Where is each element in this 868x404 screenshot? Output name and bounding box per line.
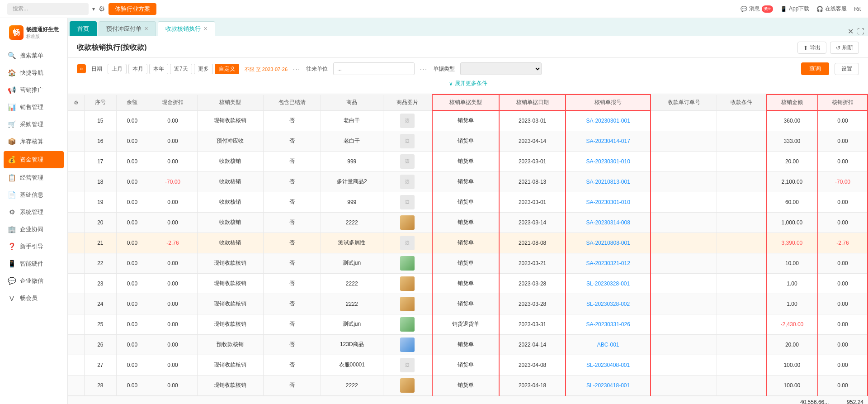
td-verify-doc-no[interactable]: SA-20230331-026 [566, 314, 651, 334]
sidebar-item-marketing[interactable]: 📢 营销推广 [0, 81, 67, 99]
td-verify-doc-type: 销货单 [432, 131, 499, 151]
last-7days-btn[interactable]: 近7天 [170, 64, 192, 74]
refresh-button[interactable]: ↺ 刷新 [830, 42, 859, 54]
sidebar-item-nav[interactable]: 🏠 快捷导航 [0, 64, 67, 81]
td-verify-doc-no[interactable]: SA-20230301-001 [566, 110, 651, 131]
table-row: 21 0.00 -2.76 收款核销 否 测试多属性 🖼 销货单 2021-08… [68, 233, 868, 253]
last-month-btn[interactable]: 上月 [108, 64, 127, 74]
td-verify-doc-no[interactable]: SA-20210808-001 [566, 233, 651, 253]
td-gear [68, 192, 85, 212]
sidebar-item-system[interactable]: ⚙ 系统管理 [0, 204, 67, 221]
expand-more-conditions[interactable]: ∨ 展开更多条件 [445, 78, 491, 89]
td-verify-amount: 10.00 [766, 253, 818, 273]
sidebar-item-wechat[interactable]: 💬 企业微信 [0, 272, 67, 290]
wechat-icon: 💬 [7, 277, 16, 285]
verify-doc-link[interactable]: SA-20230314-008 [586, 219, 630, 226]
verify-doc-link[interactable]: SL-20230418-001 [586, 382, 630, 389]
more-btn[interactable]: 更多 [194, 64, 213, 74]
td-receipt-order-no [651, 151, 717, 171]
tab-home[interactable]: 首页 [70, 21, 97, 36]
custom-btn[interactable]: 自定义 [215, 64, 239, 74]
verify-doc-link[interactable]: SA-20230414-017 [586, 138, 630, 144]
th-gear[interactable]: ⚙ [68, 95, 85, 110]
this-year-btn[interactable]: 本年 [149, 64, 168, 74]
td-verify-doc-no[interactable]: SA-20230414-017 [566, 131, 651, 151]
td-product-image [383, 253, 432, 273]
th-verify-doc-type: 核销单据类型 [432, 95, 499, 110]
page-title: 收款核销执行(按收款) [77, 43, 147, 52]
newbie-icon: ❓ [7, 242, 16, 251]
td-verify-doc-no[interactable]: SA-20230301-010 [566, 192, 651, 212]
sidebar-item-inventory[interactable]: 📦 库存核算 [0, 133, 67, 150]
user-label[interactable]: Rit [854, 6, 861, 12]
td-receipt-condition [717, 233, 766, 253]
td-receipt-condition [717, 314, 766, 334]
filter-expand-chevron[interactable]: » [77, 64, 86, 73]
verify-doc-link[interactable]: SA-20230301-001 [586, 118, 630, 124]
sidebar-item-basic[interactable]: 📄 基础信息 [0, 186, 67, 204]
sidebar-item-finance[interactable]: 💰 资金管理 [4, 151, 64, 168]
verify-doc-link[interactable]: SL-20230328-001 [586, 280, 630, 287]
verify-doc-link[interactable]: SL-20230328-002 [586, 301, 630, 307]
partner-filter-input[interactable] [333, 62, 415, 75]
td-include-settled: 否 [263, 253, 321, 273]
setting-button[interactable]: 设置 [835, 63, 859, 75]
verify-doc-link[interactable]: SA-20230301-010 [586, 199, 630, 205]
sidebar-item-operation[interactable]: 📋 经营管理 [0, 169, 67, 186]
td-verify-doc-type: 销货单 [432, 192, 499, 212]
td-verify-doc-no[interactable]: SA-20210813-001 [566, 171, 651, 192]
verify-doc-link[interactable]: SA-20210813-001 [586, 179, 630, 185]
td-include-settled: 否 [263, 131, 321, 151]
dropdown-arrow-icon[interactable]: ▾ [92, 6, 95, 12]
td-gear [68, 131, 85, 151]
td-product-image: 🖼 [383, 355, 432, 375]
sidebar-item-newbie[interactable]: ❓ 新手引导 [0, 238, 67, 255]
td-seq: 22 [85, 253, 117, 273]
verify-doc-link[interactable]: SA-20230321-012 [586, 260, 630, 266]
sidebar-item-enterprise[interactable]: 🏢 企业协同 [0, 221, 67, 238]
tab-prepay-close-icon[interactable]: ✕ [144, 26, 148, 32]
tab-prepay[interactable]: 预付冲应付单 ✕ [99, 21, 156, 36]
top-search-area[interactable]: 搜索... [7, 3, 89, 15]
sidebar-item-label: 企业微信 [20, 277, 43, 285]
td-verify-doc-no[interactable]: SL-20230328-001 [566, 273, 651, 294]
app-download-area[interactable]: 📱 App下载 [780, 5, 809, 13]
verify-doc-link[interactable]: SA-20210808-001 [586, 240, 630, 246]
doc-type-filter-select[interactable] [460, 62, 542, 75]
query-button[interactable]: 查询 [801, 62, 829, 75]
td-include-settled: 否 [263, 171, 321, 192]
verify-doc-link[interactable]: ABC-001 [597, 342, 619, 348]
td-verify-doc-no[interactable]: SA-20230301-010 [566, 151, 651, 171]
verify-doc-link[interactable]: SL-20230408-001 [586, 362, 630, 368]
td-verify-doc-no[interactable]: SA-20230321-012 [566, 253, 651, 273]
table-row: 28 0.00 0.00 现销收款核销 否 2222 销货单 2023-04-1… [68, 375, 868, 395]
td-receipt-order-no [651, 314, 717, 334]
sidebar-item-hardware[interactable]: 📱 智能硬件 [0, 255, 67, 272]
industry-solution-button[interactable]: 体验行业方案 [108, 3, 156, 15]
tab-collection[interactable]: 收款核销执行 ✕ [158, 21, 215, 36]
sidebar: 畅 畅捷通好生意 标准版 🔍 搜索菜单 🏠 快捷导航 📢 营销推广 📊 销售管理… [0, 18, 68, 404]
tab-collection-close-icon[interactable]: ✕ [203, 26, 208, 32]
td-product: 测试jun [321, 253, 383, 273]
online-service-area[interactable]: 🎧 在线客服 [816, 5, 847, 13]
verify-doc-link[interactable]: SA-20230301-010 [586, 158, 630, 165]
sidebar-item-purchase[interactable]: 🛒 采购管理 [0, 116, 67, 133]
td-verify-doc-no[interactable]: ABC-001 [566, 334, 651, 355]
tab-close-button[interactable]: ✕ [848, 27, 854, 36]
td-verify-doc-no[interactable]: SL-20230328-002 [566, 294, 651, 314]
verify-doc-link[interactable]: SA-20230331-026 [586, 321, 630, 328]
sidebar-item-member[interactable]: V 畅会员 [0, 290, 67, 307]
export-button[interactable]: ⬆ 导出 [797, 42, 826, 54]
td-verify-doc-date: 2023-03-28 [499, 294, 566, 314]
td-verify-doc-no[interactable]: SL-20230418-001 [566, 375, 651, 395]
tab-expand-button[interactable]: ⛶ [857, 28, 864, 36]
td-verify-doc-no[interactable]: SA-20230314-008 [566, 212, 651, 233]
td-include-settled: 否 [263, 192, 321, 212]
message-icon-area[interactable]: 💬 消息 99+ [741, 5, 773, 13]
sidebar-item-search[interactable]: 🔍 搜索菜单 [0, 47, 67, 64]
td-verify-doc-no[interactable]: SL-20230408-001 [566, 355, 651, 375]
sidebar-item-sales[interactable]: 📊 销售管理 [0, 99, 67, 116]
th-balance: 余额 [116, 95, 148, 110]
settings-icon[interactable]: ⚙ [99, 5, 105, 13]
this-month-btn[interactable]: 本月 [128, 64, 147, 74]
